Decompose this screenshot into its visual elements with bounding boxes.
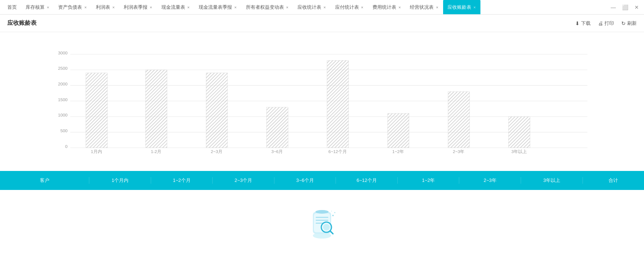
tab-profit-quarterly[interactable]: 利润表季报 × [119,0,157,15]
page-title: 应收账龄表 [7,19,37,27]
svg-point-33 [332,215,334,216]
svg-text:0: 0 [65,144,68,149]
svg-text:2~3年: 2~3年 [453,149,464,154]
download-icon: ⬇ [575,20,580,26]
svg-text:1-2月: 1-2月 [151,149,161,154]
svg-text:2000: 2000 [58,81,68,86]
svg-text:3~6月: 3~6月 [271,149,283,154]
empty-icon [304,205,340,241]
th-1-2month: 1~2个月 [151,177,213,184]
svg-point-35 [331,211,332,211]
bar-3年以上 [509,117,530,148]
tab-aging[interactable]: 应收账龄表 × [443,0,480,15]
svg-text:2~3月: 2~3月 [211,149,222,154]
tab-close-profit[interactable]: × [112,5,115,9]
svg-text:6~12个月: 6~12个月 [328,149,347,154]
tab-close-inventory[interactable]: × [47,5,49,9]
maximize-button[interactable]: ⬜ [621,3,629,12]
bar-1-2年 [387,114,409,148]
header-actions: ⬇ 下载 🖨 打印 ↻ 刷新 [575,20,637,27]
bar-3-6月 [267,107,288,148]
tab-equity[interactable]: 所有者权益变动表 × [242,0,293,15]
tab-receivable-stat[interactable]: 应收统计表 × [293,0,330,15]
window-controls: — ⬜ ✕ [609,3,641,12]
empty-state [0,190,644,248]
tab-close-balance[interactable]: × [84,5,86,9]
tab-close-operations[interactable]: × [436,5,438,9]
tab-inventory[interactable]: 库存核算 × [21,0,54,15]
tab-close-receivable-stat[interactable]: × [323,5,326,9]
main-content: 0 500 1000 1500 2000 2500 3000 1月内 1-2月 [0,32,644,263]
svg-text:1月内: 1月内 [91,149,102,154]
download-button[interactable]: ⬇ 下载 [575,20,591,27]
svg-text:2500: 2500 [58,66,68,70]
svg-text:3000: 3000 [58,50,68,55]
svg-point-32 [315,210,329,214]
tab-cashflow-quarterly[interactable]: 现金流量表季报 × [194,0,241,15]
print-icon: 🖨 [598,20,603,26]
minimize-button[interactable]: — [609,3,618,12]
th-1-2year: 1~2年 [398,177,460,184]
svg-text:1000: 1000 [58,113,68,117]
th-6-12month: 6~12个月 [336,177,398,184]
tab-operations[interactable]: 经营状况表 × [405,0,443,15]
th-customer: 客户 [0,177,89,184]
tab-close-profit-quarterly[interactable]: × [150,5,152,9]
tab-close-equity[interactable]: × [286,5,288,9]
th-3-6month: 3~6个月 [274,177,336,184]
svg-point-30 [323,224,330,230]
th-3year-plus: 3年以上 [521,177,583,184]
bar-6-12月 [327,61,349,148]
page-header: 应收账龄表 ⬇ 下载 🖨 打印 ↻ 刷新 [0,15,644,32]
svg-text:1500: 1500 [58,97,68,102]
bar-2-3年 [448,92,470,148]
svg-text:1~2年: 1~2年 [392,149,404,154]
tab-cashflow[interactable]: 现金流量表 × [157,0,194,15]
tab-payable-stat[interactable]: 应付统计表 × [331,0,368,15]
tab-balance[interactable]: 资产负债表 × [54,0,91,15]
tab-expense-stat[interactable]: 费用统计表 × [368,0,405,15]
tab-bar: 首页 库存核算 × 资产负债表 × 利润表 × 利润表季报 × 现金流量表 × … [0,0,644,15]
svg-point-34 [334,212,336,213]
svg-text:3年以上: 3年以上 [511,149,527,154]
tab-close-expense-stat[interactable]: × [398,5,401,9]
bar-1月内 [86,73,108,148]
th-total: 合计 [583,177,644,184]
bar-1-2月 [146,70,167,148]
bar-2-3月 [206,73,228,148]
tab-home[interactable]: 首页 [3,4,21,11]
refresh-button[interactable]: ↻ 刷新 [621,20,637,27]
th-2-3year: 2~3年 [459,177,521,184]
th-2-3month: 2~3个月 [213,177,274,184]
refresh-icon: ↻ [621,20,626,26]
th-1month: 1个月内 [89,177,151,184]
table-header: 客户 1个月内 1~2个月 2~3个月 3~6个月 6~12个月 1~2年 2~… [0,171,644,190]
svg-text:500: 500 [60,128,68,133]
bar-chart: 0 500 1000 1500 2000 2500 3000 1月内 1-2月 [15,39,629,156]
tab-close-cashflow-quarterly[interactable]: × [234,5,236,9]
chart-area: 0 500 1000 1500 2000 2500 3000 1月内 1-2月 [0,32,644,171]
tab-close-aging[interactable]: × [473,5,476,9]
tab-close-payable-stat[interactable]: × [361,5,363,9]
tab-profit[interactable]: 利润表 × [91,0,119,15]
print-button[interactable]: 🖨 打印 [598,20,614,27]
close-button[interactable]: ✕ [632,3,641,12]
tab-close-cashflow[interactable]: × [187,5,190,9]
